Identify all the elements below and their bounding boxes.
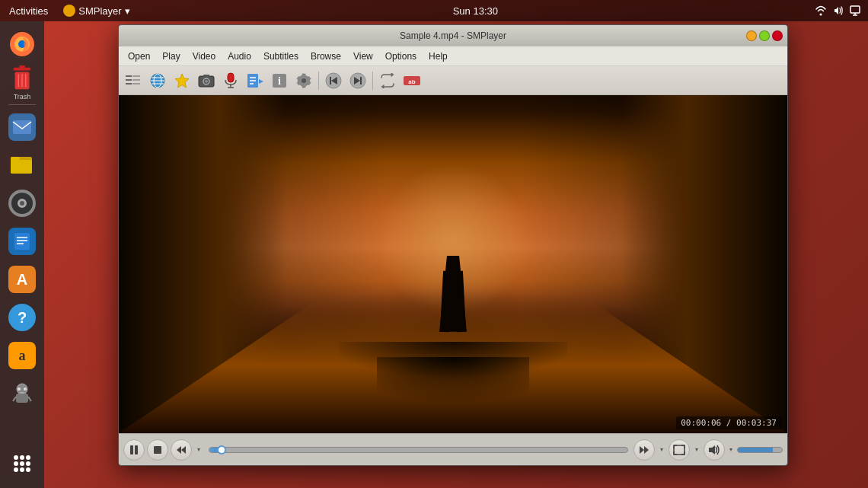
pause-button[interactable]	[123, 439, 145, 461]
stop-button[interactable]	[147, 439, 168, 461]
show-applications-button[interactable]	[4, 445, 40, 482]
menu-options[interactable]: Options	[379, 49, 423, 64]
apps-grid-icon	[14, 455, 30, 472]
forward-button[interactable]	[633, 439, 655, 461]
svg-marker-65	[640, 446, 644, 454]
time-display: 00:00:06 / 00:03:37	[676, 416, 781, 429]
volume-bar[interactable]	[737, 447, 783, 453]
rewind-dropdown[interactable]: ▾	[194, 439, 203, 461]
volume-button[interactable]	[704, 439, 725, 461]
system-icon[interactable]	[850, 5, 860, 16]
svg-rect-10	[13, 120, 31, 134]
menu-view[interactable]: View	[347, 49, 379, 64]
minimize-button[interactable]	[746, 30, 757, 41]
menu-play[interactable]: Play	[156, 49, 186, 64]
progress-handle[interactable]	[217, 445, 226, 455]
sidebar-item-writer[interactable]	[4, 223, 40, 260]
toolbar-record[interactable]	[219, 69, 242, 92]
help-icon: ?	[8, 304, 36, 331]
sidebar-item-firefox[interactable]	[4, 26, 40, 62]
toolbar-playlist[interactable]	[244, 69, 266, 92]
toolbar-media-info[interactable]: i	[268, 69, 291, 92]
svg-marker-64	[177, 446, 181, 454]
writer-icon	[8, 228, 36, 255]
volume-icon[interactable]	[833, 5, 844, 16]
svg-line-24	[28, 397, 31, 401]
toolbar-screenshot[interactable]	[195, 69, 218, 92]
svg-rect-60	[130, 445, 133, 455]
menu-audio[interactable]: Audio	[222, 49, 257, 64]
toolbar-prev[interactable]	[322, 69, 345, 92]
sidebar-item-help[interactable]: ?	[4, 299, 40, 336]
amazon-icon: a	[8, 342, 36, 369]
titlebar-controls	[746, 30, 783, 41]
video-content	[119, 95, 787, 433]
svg-point-20	[18, 388, 21, 391]
menu-subtitles[interactable]: Subtitles	[257, 49, 305, 64]
toolbar-subtitles[interactable]: ab	[400, 69, 423, 92]
sidebar-item-email[interactable]	[4, 109, 40, 145]
email-icon	[8, 113, 36, 141]
svg-marker-36	[175, 74, 189, 88]
sidebar-item-music[interactable]	[4, 185, 40, 222]
sidebar-item-files[interactable]	[4, 147, 40, 183]
volume-dropdown[interactable]: ▾	[726, 439, 736, 461]
menu-help[interactable]: Help	[423, 49, 454, 64]
svg-rect-67	[674, 445, 685, 455]
svg-rect-53	[330, 77, 331, 85]
floor-shadow	[339, 342, 567, 433]
toolbar-favorites[interactable]	[171, 69, 193, 92]
sidebar: Trash	[0, 21, 44, 488]
app-menu[interactable]: SMPlayer ▾	[57, 5, 136, 17]
svg-rect-14	[14, 233, 30, 250]
progress-bar[interactable]	[209, 447, 628, 453]
svg-rect-25	[126, 75, 132, 77]
svg-rect-22	[20, 392, 24, 394]
sidebar-item-robot[interactable]	[4, 375, 40, 412]
svg-rect-41	[228, 73, 234, 82]
firefox-icon	[8, 30, 36, 58]
toolbar: i	[119, 66, 787, 95]
svg-marker-63	[181, 446, 186, 454]
menu-browse[interactable]: Browse	[305, 49, 347, 64]
svg-rect-40	[203, 75, 209, 77]
toolbar-settings[interactable]	[292, 69, 315, 92]
sidebar-item-appstore[interactable]: A	[4, 261, 40, 298]
video-area[interactable]: 00:00:06 / 00:03:37	[119, 95, 787, 433]
sidebar-item-trash[interactable]: Trash	[4, 64, 40, 100]
fullscreen-button[interactable]	[669, 439, 690, 461]
svg-rect-27	[126, 83, 132, 85]
topbar-system-tray	[815, 5, 868, 16]
activities-button[interactable]: Activities	[0, 0, 57, 21]
appstore-icon: A	[8, 266, 36, 293]
menu-video[interactable]: Video	[187, 49, 222, 64]
robot-icon	[8, 380, 36, 407]
titlebar: Sample 4.mp4 - SMPlayer	[119, 25, 787, 46]
toolbar-open-config[interactable]	[122, 69, 145, 92]
close-button[interactable]	[772, 30, 783, 41]
app-menu-label: SMPlayer	[78, 5, 121, 17]
svg-rect-26	[126, 79, 132, 81]
toolbar-repeat[interactable]	[376, 69, 399, 92]
svg-rect-19	[16, 394, 28, 403]
toolbar-web[interactable]	[146, 69, 169, 92]
smplayer-taskbar-icon	[63, 5, 75, 17]
maximize-button[interactable]	[759, 30, 770, 41]
window-title: Sample 4.mp4 - SMPlayer	[400, 30, 506, 41]
svg-point-51	[302, 78, 306, 83]
corridor-light	[377, 163, 529, 315]
menu-open[interactable]: Open	[122, 49, 156, 64]
svg-text:ab: ab	[408, 78, 415, 85]
wifi-icon[interactable]	[815, 5, 827, 16]
svg-line-23	[13, 397, 16, 401]
menubar: Open Play Video Audio Subtitles Browse V…	[119, 46, 787, 66]
forward-dropdown[interactable]: ▾	[657, 439, 666, 461]
toolbar-separator-1	[318, 72, 319, 90]
sidebar-item-amazon[interactable]: a	[4, 337, 40, 374]
svg-marker-68	[709, 445, 715, 455]
toolbar-next[interactable]	[346, 69, 369, 92]
fullscreen-dropdown[interactable]: ▾	[692, 439, 701, 461]
rewind-button[interactable]	[171, 439, 192, 461]
svg-rect-13	[11, 160, 32, 174]
topbar-clock: Sun 13:30	[136, 5, 815, 17]
